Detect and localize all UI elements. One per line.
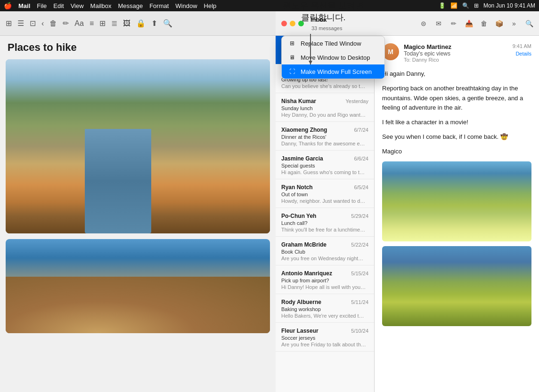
msg-sender: Ryan Notch [281, 184, 313, 191]
msg-preview: Danny, Thanks for the awesome evening! I… [281, 141, 366, 146]
menu-window[interactable]: Window [175, 2, 197, 9]
msg-preview: Hey Danny, Do you and Rigo want to come … [281, 112, 366, 118]
menubar-right: 🔋 📶 🔍 ⊞ Mon Jun 10 9:41 AM [439, 2, 535, 9]
sort-icon[interactable]: ≣ [111, 19, 117, 28]
font-icon[interactable]: Aa [74, 19, 84, 28]
close-button[interactable] [281, 21, 287, 26]
minimize-button[interactable] [290, 21, 295, 26]
msg-preview: Can you believe she's already so tall? P… [281, 83, 366, 89]
menu-file[interactable]: File [37, 2, 47, 9]
msg-date: Yesterday [345, 98, 368, 104]
email-body-line-2: Reporting back on another breathtaking d… [382, 84, 531, 113]
archive-icon[interactable]: 📥 [465, 19, 473, 28]
photo-top-container [6, 59, 270, 233]
lock-icon[interactable]: 🔒 [136, 19, 146, 28]
filter-icon[interactable]: ⊜ [419, 19, 428, 28]
email-body: Hi again Danny, Reporting back on anothe… [382, 69, 531, 157]
compose-mail-icon[interactable]: ✏ [449, 19, 458, 28]
fullscreen-button[interactable] [298, 21, 304, 26]
msg-subject: Book Club [281, 249, 368, 255]
email-header-row: M Magico Martinez Today's epic views To:… [382, 43, 531, 63]
left-toolbar: ⊞ ☰ ⊡ ‹ 🗑 ✏ Aa ≡ ⊞ ≣ 🖼 🔒 ⬆ 🔍 [0, 11, 276, 36]
msg-sender: Xiaomeng Zhong [281, 127, 327, 133]
inbox-label: Inbox [310, 16, 327, 23]
trash-icon[interactable]: 🗑 [480, 19, 488, 28]
email-sender-info: M Magico Martinez Today's epic views To:… [382, 43, 451, 63]
msg-preview: Howdy, neighbor. Just wanted to drop a q… [281, 198, 366, 204]
message-item[interactable]: Rody Albuerne 5/11/24 Baking workshop He… [276, 294, 374, 323]
delete-icon[interactable]: 🗑 [49, 19, 57, 28]
list-style-icon[interactable]: ≡ [90, 19, 94, 28]
replace-tiled-icon: ⊞ [288, 40, 296, 47]
hike-photo-bottom [6, 239, 270, 333]
msg-preview: Hi again. Guess who's coming to town wit… [281, 169, 366, 175]
menu-message[interactable]: Message [118, 2, 143, 9]
fullscreen-label: Make Window Full Screen [301, 68, 372, 75]
msg-date: 5/29/24 [351, 213, 368, 219]
message-item[interactable]: Graham McBride 5/22/24 Book Club Are you… [276, 237, 374, 265]
more-icon[interactable]: » [510, 19, 518, 28]
search-menubar-icon[interactable]: 🔍 [462, 2, 469, 9]
email-body-line-3: I felt like a character in a movie! [382, 118, 531, 128]
msg-preview: Are you free Friday to talk about the ne… [281, 342, 366, 347]
sidebar-toggle-icon[interactable]: ⊞ [6, 19, 12, 28]
menu-edit[interactable]: Edit [53, 2, 64, 9]
msg-date: 5/10/24 [351, 328, 368, 334]
move-desktop-icon: 🖥 [288, 54, 296, 61]
hike-photo-top [6, 59, 270, 233]
email-meta: Magico Martinez Today's epic views To: D… [404, 43, 451, 63]
control-center-icon[interactable]: ⊞ [474, 2, 479, 9]
message-item[interactable]: Fleur Lasseur 5/10/24 Soccer jerseys Are… [276, 323, 374, 352]
menubar-left: 🍎 Mail File Edit View Mailbox Message Fo… [4, 2, 216, 9]
menu-help[interactable]: Help [204, 2, 217, 9]
table-icon[interactable]: ⊞ [99, 19, 106, 28]
msg-preview: Are you free on Wednesday night? Can't w… [281, 256, 366, 261]
mail-body: Magico Martinez 9:41AM Today's epic view… [276, 36, 539, 392]
msg-date: 5/15/24 [351, 271, 368, 276]
image-icon[interactable]: 🖼 [123, 19, 131, 28]
details-link[interactable]: Details [515, 51, 531, 56]
msg-sender: Rody Albuerne [281, 299, 321, 305]
msg-date: 5/11/24 [351, 299, 368, 305]
menubar: 🍎 Mail File Edit View Mailbox Message Fo… [0, 0, 539, 11]
email-subject: Today's epic views [404, 50, 451, 57]
message-item[interactable]: Po-Chun Yeh 5/29/24 Lunch call? Think yo… [276, 208, 374, 237]
back-icon[interactable]: ‹ [41, 19, 44, 28]
msg-sender: Nisha Kumar [281, 98, 316, 104]
new-message-icon[interactable]: ✉ [434, 19, 443, 28]
right-pane: Inbox 33 messages ⊜ ✉ ✏ 📥 🗑 📦 » 🔍 ⊞ Repl… [276, 11, 539, 392]
msg-sender: Fleur Lasseur [281, 328, 318, 334]
menu-view[interactable]: View [71, 2, 84, 9]
move-desktop-label: Move Window to Desktop [301, 54, 370, 61]
message-item[interactable]: Nisha Kumar Yesterday Sunday lunch Hey D… [276, 93, 374, 122]
move-icon[interactable]: 📦 [495, 19, 503, 28]
email-body-line-4: See you when I come back, if I come back… [382, 132, 531, 142]
message-item[interactable]: Antonio Manriquez 5/15/24 Pick up from a… [276, 265, 374, 294]
msg-preview: Think you'll be free for a lunchtime cha… [281, 227, 366, 232]
context-menu-item-move[interactable]: 🖥 Move Window to Desktop [282, 50, 384, 64]
search-left-icon[interactable]: 🔍 [163, 19, 172, 28]
share-icon[interactable]: ⬆ [151, 19, 157, 28]
msg-date: 5/22/24 [351, 242, 368, 248]
battery-icon: 🔋 [439, 2, 446, 9]
datetime: Mon Jun 10 9:41 AM [483, 2, 535, 9]
email-inline-image-2 [382, 246, 531, 326]
apple-menu[interactable]: 🍎 [4, 2, 12, 9]
list-view-icon[interactable]: ☰ [17, 19, 24, 28]
search-mail-icon[interactable]: 🔍 [525, 19, 533, 28]
message-item[interactable]: Xiaomeng Zhong 6/7/24 Dinner at the Rico… [276, 122, 374, 151]
menu-format[interactable]: Format [149, 2, 169, 9]
message-item[interactable]: Ryan Notch 6/5/24 Out of town Howdy, nei… [276, 179, 374, 208]
context-menu-item-replace[interactable]: ⊞ Replace Tiled Window [282, 36, 384, 50]
msg-subject: Pick up from airport? [281, 278, 368, 283]
photo-bottom-container [6, 239, 270, 333]
email-to: To: Danny Rico [404, 57, 451, 63]
app-name[interactable]: Mail [18, 2, 30, 9]
email-from-name: Magico Martinez [404, 43, 451, 50]
inbox-title-area: Inbox 33 messages [310, 15, 342, 32]
compose-icon[interactable]: ✏ [63, 19, 69, 28]
grid-view-icon[interactable]: ⊡ [30, 19, 36, 28]
context-menu-item-fullscreen[interactable]: ⛶ Make Window Full Screen [282, 64, 384, 79]
menu-mailbox[interactable]: Mailbox [90, 2, 112, 9]
message-item[interactable]: Jasmine Garcia 6/6/24 Special guests Hi … [276, 151, 374, 179]
